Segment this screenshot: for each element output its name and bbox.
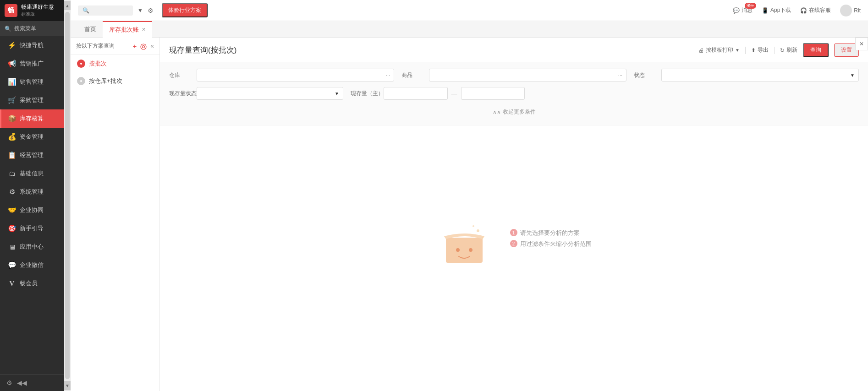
refresh-button[interactable]: ↻ 刷新 (780, 46, 797, 54)
sidebar-item-sales[interactable]: 📊 销售管理 (0, 73, 64, 91)
sales-icon: 📊 (8, 78, 16, 86)
product-input[interactable]: ··· (429, 69, 626, 81)
sidebar-item-system[interactable]: ⚙ 系统管理 (0, 183, 64, 201)
stock-quantity-to[interactable] (461, 87, 525, 100)
sidebar-item-basics[interactable]: 🗂 基础信息 (0, 164, 64, 183)
filter-item-by-warehouse-batch[interactable]: 按仓库+批次 (71, 72, 159, 90)
content-area: 现存量查询(按批次) 🖨 按模板打印 ▼ ⬆ 导出 ↻ 刷 (160, 38, 868, 391)
svg-point-10 (482, 237, 483, 239)
message-button[interactable]: 💬 消息 99+ (733, 6, 753, 14)
print-label: 按模板打印 (706, 46, 733, 54)
query-button[interactable]: 查询 (803, 43, 829, 57)
tab-home[interactable]: 首页 (78, 21, 103, 38)
filter-add-button[interactable]: + (132, 42, 137, 50)
experience-button[interactable]: 体验行业方案 (162, 3, 208, 17)
condition-row-1: 仓库 ··· 商品 ··· (169, 69, 859, 81)
topbar-dropdown-icon[interactable]: ▼ (137, 7, 143, 14)
page-title: 现存量查询(按批次) (169, 45, 236, 55)
basics-icon: 🗂 (8, 170, 16, 178)
svg-point-3 (80, 63, 82, 65)
filter-item-by-batch[interactable]: 按批次 (71, 55, 159, 72)
system-icon: ⚙ (8, 188, 16, 196)
sidebar-search[interactable]: 🔍 搜索菜单 (0, 21, 64, 36)
sidebar-item-marketing[interactable]: 📢 营销推广 (0, 54, 64, 73)
scroll-down-arrow[interactable]: ▼ (64, 381, 71, 390)
inventory-icon: 📦 (8, 114, 16, 123)
svg-point-8 (469, 248, 472, 252)
svg-point-7 (456, 248, 460, 252)
condition-status: 状态 ▼ (634, 69, 859, 81)
service-label: 在线客服 (809, 6, 831, 14)
main-area: 🔍 ▼ ⚙ 体验行业方案 💬 消息 99+ 📱 App下载 🎧 在线客服 Rit (71, 0, 868, 391)
tab-inventory-batch[interactable]: 库存批次账 ✕ (103, 21, 152, 38)
sidebar-item-appstore[interactable]: 🖥 应用中心 (0, 238, 64, 256)
tab-close-icon[interactable]: ✕ (142, 27, 146, 33)
message-icon: 💬 (733, 7, 740, 14)
warehouse-label: 仓库 (169, 71, 197, 79)
sidebar-item-member[interactable]: V 畅会员 (0, 274, 64, 293)
print-icon: 🖨 (698, 47, 704, 54)
message-badge: 99+ (745, 3, 756, 9)
sidebar-item-finance[interactable]: 💰 资金管理 (0, 128, 64, 146)
app-download-button[interactable]: 📱 App下载 (762, 6, 791, 14)
filter-item-icon-inactive (77, 77, 85, 85)
sidebar-item-quick-nav[interactable]: ⚡ 快捷导航 (0, 36, 64, 54)
filter-collapse-button[interactable]: « (150, 42, 154, 50)
marketing-icon: 📢 (8, 60, 16, 68)
sidebar-item-purchase[interactable]: 🛒 采购管理 (0, 91, 64, 109)
sidebar-item-label: 企业协同 (20, 206, 44, 214)
stock-status-dropdown-icon: ▼ (335, 91, 339, 96)
settings-icon[interactable]: ⚙ (6, 379, 12, 386)
export-icon: ⬆ (751, 47, 756, 54)
print-button[interactable]: 🖨 按模板打印 ▼ (698, 46, 740, 54)
action-divider-2 (774, 47, 775, 54)
filter-item-label: 按批次 (89, 60, 107, 68)
print-dropdown-icon[interactable]: ▼ (735, 48, 740, 53)
sidebar-item-newcomer[interactable]: 🎯 新手引导 (0, 219, 64, 238)
user-menu-button[interactable]: Rit (840, 5, 861, 16)
status-select[interactable]: ▼ (661, 69, 859, 81)
collapse-conditions-button[interactable]: ∧∧ 收起更多条件 (169, 105, 859, 119)
query-conditions: 仓库 ··· 商品 ··· (160, 62, 868, 125)
sidebar-item-inventory[interactable]: 📦 库存核算 (0, 109, 64, 128)
topbar-gear-icon[interactable]: ⚙ (148, 7, 154, 14)
svg-point-9 (477, 229, 479, 232)
customer-service-button[interactable]: 🎧 在线客服 (800, 6, 831, 14)
sidebar-scrollbar[interactable]: ▲ ▼ (64, 0, 71, 391)
close-button[interactable]: ✕ (855, 38, 868, 50)
warehouse-input[interactable]: ··· (197, 69, 394, 81)
warehouse-more-icon[interactable]: ··· (386, 72, 390, 78)
topbar-search-box[interactable]: 🔍 (78, 5, 133, 16)
stock-status-label: 现存量状态 (169, 90, 197, 98)
sidebar-item-label: 企业微信 (20, 261, 44, 269)
sidebar-item-wechat[interactable]: 💬 企业微信 (0, 256, 64, 274)
empty-tip-1: 1 请先选择要分析的方案 (510, 229, 592, 237)
svg-rect-6 (446, 238, 483, 263)
app-version: 标准版 (21, 11, 54, 17)
sidebar-item-label: 畅会员 (20, 279, 38, 288)
user-name: Rit (854, 7, 861, 14)
stock-status-select[interactable]: ▼ (197, 87, 343, 100)
condition-product: 商品 ··· (401, 69, 626, 81)
product-label: 商品 (401, 71, 429, 79)
tip-num-2: 2 (510, 240, 517, 247)
collapse-icon: ∧∧ (493, 109, 501, 115)
sidebar-nav: ⚡ 快捷导航 📢 营销推广 📊 销售管理 🛒 采购管理 📦 库存核算 💰 资金管… (0, 36, 64, 374)
app-name: 畅康通好生意 (21, 4, 54, 11)
sidebar-item-enterprise[interactable]: 🤝 企业协同 (0, 201, 64, 219)
collapse-sidebar-icon[interactable]: ◀◀ (17, 379, 27, 386)
filter-item-label: 按仓库+批次 (89, 77, 122, 85)
scroll-up-arrow[interactable]: ▲ (64, 1, 71, 10)
sidebar-item-operations[interactable]: 📋 经营管理 (0, 146, 64, 164)
export-button[interactable]: ⬆ 导出 (751, 46, 769, 54)
stock-quantity-from[interactable] (384, 87, 448, 100)
right-panel-close: ✕ (855, 38, 868, 50)
filter-settings-button[interactable] (140, 42, 147, 50)
sidebar-header: 畅 畅康通好生意 标准版 (0, 0, 64, 21)
product-more-icon[interactable]: ··· (618, 72, 622, 78)
empty-illustration (437, 212, 492, 267)
sidebar-item-label: 快捷导航 (20, 41, 44, 49)
refresh-label: 刷新 (786, 46, 797, 54)
action-divider (745, 47, 746, 54)
tab-inventory-batch-label: 库存批次账 (109, 26, 139, 34)
